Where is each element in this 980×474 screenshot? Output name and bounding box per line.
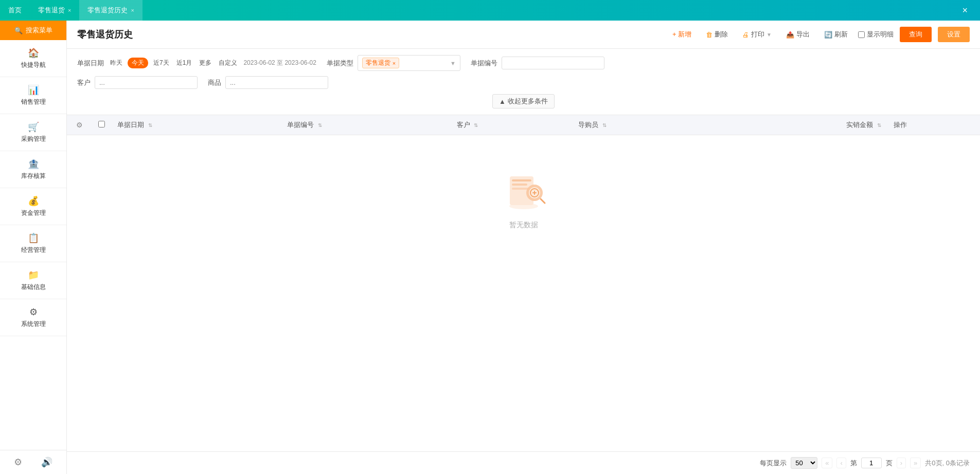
last-page-button[interactable]: » — [910, 458, 921, 468]
doc-type-filter-group: 单据类型 零售退货 × ▼ — [327, 55, 460, 71]
svg-rect-3 — [512, 184, 527, 186]
date-today[interactable]: 今天 — [128, 58, 148, 68]
refresh-button[interactable]: 🔄 刷新 — [820, 28, 852, 41]
sidebar-item-quick-nav-label: 快捷导航 — [21, 61, 46, 69]
page-number-input[interactable] — [861, 458, 882, 468]
collapse-button[interactable]: ▲ 收起更多条件 — [492, 94, 555, 108]
export-button[interactable]: 📤 导出 — [782, 28, 814, 41]
svg-rect-2 — [512, 179, 531, 181]
doc-type-tag: 零售退货 × — [362, 58, 399, 68]
doc-no-input[interactable] — [502, 57, 604, 69]
column-settings-icon[interactable]: ⚙ — [73, 120, 86, 130]
tab-retail-return-history-close[interactable]: × — [131, 7, 134, 13]
doc-no-sort-icon[interactable]: ⇅ — [318, 122, 322, 128]
window-close-button[interactable]: × — [958, 3, 972, 18]
top-bar-right: × — [958, 3, 980, 18]
filter-row-1: 单据日期 昨天 今天 近7天 近1月 更多 自定义 2023-06-02 至 2… — [77, 55, 970, 71]
print-icon: 🖨 — [742, 31, 749, 39]
th-action: 操作 — [887, 115, 980, 135]
sales-mgmt-icon: 📊 — [28, 84, 39, 96]
date-more[interactable]: 更多 — [197, 58, 213, 68]
goods-filter-label: 商品 — [208, 78, 221, 87]
date-last7days[interactable]: 近7天 — [151, 58, 171, 68]
filter-section: 单据日期 昨天 今天 近7天 近1月 更多 自定义 2023-06-02 至 2… — [67, 49, 980, 115]
prev-page-button[interactable]: ‹ — [836, 458, 846, 468]
th-doc-date: 单据日期 ⇅ — [111, 115, 281, 135]
sidebar-item-system-mgmt[interactable]: ⚙ 系统管理 — [0, 299, 66, 336]
sidebar-item-purchase-mgmt-label: 采购管理 — [21, 135, 46, 143]
customer-filter-group: 客户 — [77, 76, 198, 89]
date-last-month[interactable]: 近1月 — [174, 58, 194, 68]
header-actions: + 新增 🗑 删除 🖨 打印 ▼ 📤 导出 🔄 刷新 — [668, 27, 970, 42]
sidebar: 🔍 搜索菜单 🏠 快捷导航 📊 销售管理 🛒 采购管理 🏦 库存核算 💰 资金管… — [0, 21, 67, 474]
collapse-label: 收起更多条件 — [508, 97, 548, 106]
tab-home[interactable]: 首页 — [0, 0, 30, 21]
per-page-select[interactable]: 20 50 100 — [791, 457, 817, 469]
sidebar-item-sales-mgmt[interactable]: 📊 销售管理 — [0, 77, 66, 114]
sidebar-item-base-info[interactable]: 📁 基础信息 — [0, 262, 66, 299]
print-button-label: 打印 — [751, 30, 764, 39]
total-records-text: 共0页, 0条记录 — [925, 459, 970, 468]
sidebar-item-operations-label: 经营管理 — [21, 246, 46, 254]
select-all-checkbox[interactable] — [98, 121, 105, 127]
finance-icon: 💰 — [28, 195, 39, 207]
sidebar-bottom: ⚙ 🔊 — [0, 450, 66, 474]
tab-retail-return-close[interactable]: × — [68, 7, 71, 13]
sidebar-item-purchase-mgmt[interactable]: 🛒 采购管理 — [0, 114, 66, 151]
amount-sort-icon[interactable]: ⇅ — [877, 122, 881, 128]
print-button[interactable]: 🖨 打印 ▼ — [738, 28, 776, 41]
base-info-icon: 📁 — [28, 269, 39, 281]
date-filter-group: 单据日期 昨天 今天 近7天 近1月 更多 自定义 2023-06-02 至 2… — [77, 58, 316, 68]
date-yesterday[interactable]: 昨天 — [108, 58, 124, 68]
doc-no-filter-label: 单据编号 — [471, 59, 497, 68]
print-dropdown-icon: ▼ — [767, 32, 772, 38]
tab-home-label: 首页 — [8, 6, 22, 15]
show-detail-checkbox[interactable] — [858, 31, 865, 38]
th-doc-no-label: 单据编号 — [287, 121, 314, 129]
tab-retail-return[interactable]: 零售退货 × — [30, 0, 79, 21]
doc-type-select[interactable]: 零售退货 × ▼ — [358, 55, 460, 71]
first-page-button[interactable]: « — [822, 458, 832, 468]
audio-bottom-icon[interactable]: 🔊 — [41, 457, 52, 468]
sidebar-item-operations[interactable]: 📋 经营管理 — [0, 225, 66, 262]
sidebar-search-label: 搜索菜单 — [26, 26, 52, 35]
page-header: 零售退货历史 + 新增 🗑 删除 🖨 打印 ▼ 📤 导出 — [67, 21, 980, 49]
sidebar-item-quick-nav[interactable]: 🏠 快捷导航 — [0, 40, 66, 77]
table-header-row: ⚙ 单据日期 ⇅ 单据编号 ⇅ — [67, 115, 980, 135]
sidebar-item-finance[interactable]: 💰 资金管理 — [0, 188, 66, 225]
doc-type-tag-value: 零售退货 — [366, 59, 390, 67]
doc-no-filter-group: 单据编号 — [471, 57, 604, 69]
export-icon: 📤 — [786, 31, 794, 39]
doc-date-sort-icon[interactable]: ⇅ — [148, 122, 152, 128]
tab-retail-return-history-label: 零售退货历史 — [87, 6, 128, 15]
sidebar-item-inventory[interactable]: 🏦 库存核算 — [0, 151, 66, 188]
customer-input[interactable] — [95, 76, 198, 89]
next-page-button[interactable]: › — [897, 458, 906, 468]
show-detail-label-text: 显示明细 — [867, 30, 894, 39]
show-detail-checkbox-label[interactable]: 显示明细 — [858, 30, 894, 39]
customer-sort-icon[interactable]: ⇅ — [474, 122, 478, 128]
sidebar-item-finance-label: 资金管理 — [21, 209, 46, 217]
guide-sort-icon[interactable]: ⇅ — [602, 122, 607, 128]
new-button[interactable]: + 新增 — [668, 28, 696, 41]
date-range-display: 2023-06-02 至 2023-06-02 — [243, 59, 316, 67]
sidebar-item-system-mgmt-label: 系统管理 — [21, 320, 46, 329]
date-custom[interactable]: 自定义 — [217, 58, 239, 68]
th-customer: 客户 ⇅ — [451, 115, 572, 135]
date-filter-label: 单据日期 — [77, 59, 104, 68]
query-button[interactable]: 查询 — [900, 27, 932, 42]
settings-bottom-icon[interactable]: ⚙ — [14, 457, 22, 468]
th-amount: 实销金额 ⇅ — [718, 115, 887, 135]
setting-button[interactable]: 设置 — [938, 27, 970, 42]
tab-retail-return-history[interactable]: 零售退货历史 × — [79, 0, 142, 21]
doc-type-tag-close[interactable]: × — [393, 60, 396, 66]
purchase-mgmt-icon: 🛒 — [28, 121, 39, 133]
delete-button[interactable]: 🗑 删除 — [702, 28, 732, 41]
query-button-label: 查询 — [909, 30, 922, 38]
refresh-icon: 🔄 — [824, 31, 832, 39]
goods-input[interactable] — [225, 76, 328, 89]
th-amount-label: 实销金额 — [846, 121, 873, 129]
content-area: 零售退货历史 + 新增 🗑 删除 🖨 打印 ▼ 📤 导出 — [67, 21, 980, 474]
sidebar-search[interactable]: 🔍 搜索菜单 — [0, 21, 66, 40]
table-wrapper: ⚙ 单据日期 ⇅ 单据编号 ⇅ — [67, 115, 980, 451]
